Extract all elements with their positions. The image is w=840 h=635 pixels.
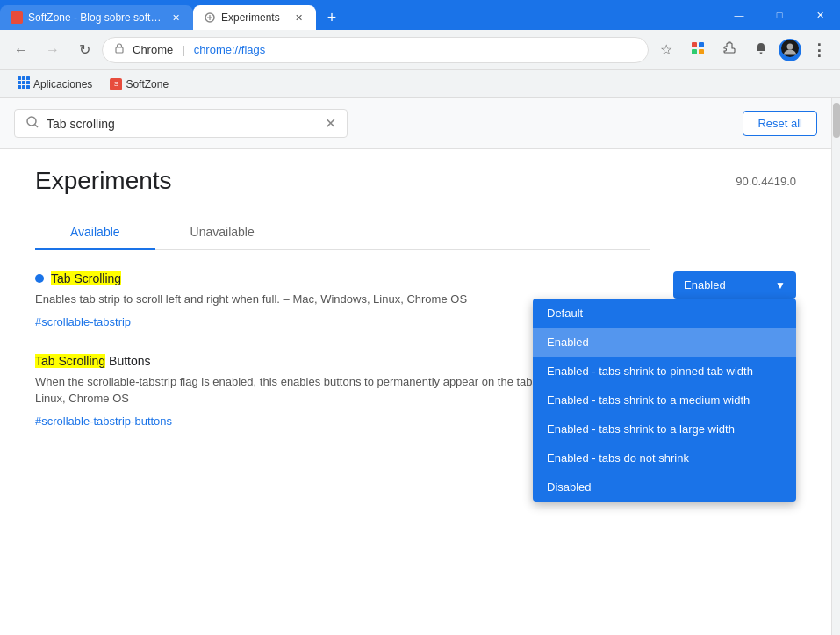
dropdown-option-pinned[interactable]: Enabled - tabs shrink to pinned tab widt… (533, 357, 796, 386)
profile-icon (781, 40, 799, 60)
dropdown-option-medium[interactable]: Enabled - tabs shrink to a medium width (533, 386, 796, 415)
reload-button[interactable]: ↻ (70, 36, 98, 64)
svg-rect-10 (26, 76, 30, 80)
new-tab-icon: + (327, 9, 337, 27)
svg-rect-3 (699, 42, 704, 47)
extensions-button[interactable] (715, 36, 743, 64)
address-separator: | (182, 43, 184, 56)
title-highlight: Tab Scrolling (51, 271, 121, 285)
dropdown-container: Enabled ▼ Default Enabled Enabled - tabs… (673, 271, 796, 299)
back-icon: ← (14, 42, 28, 58)
star-button[interactable]: ☆ (652, 36, 680, 64)
back-button[interactable]: ← (7, 36, 35, 64)
maximize-icon: □ (777, 10, 783, 20)
experiment-link[interactable]: #scrollable-tabstrip (35, 315, 131, 328)
dropdown-option-default[interactable]: Default (533, 299, 796, 328)
tab-available[interactable]: Available (35, 216, 155, 250)
reset-all-button[interactable]: Reset all (743, 111, 817, 136)
experiment-title-text: Tab Scrolling (51, 271, 121, 285)
profile-button[interactable] (779, 39, 801, 61)
scrollbar[interactable] (831, 98, 840, 635)
search-clear-button[interactable]: ✕ (325, 115, 336, 132)
minimize-icon: — (735, 10, 744, 20)
tab-available-label: Available (70, 225, 120, 239)
tab-experiments[interactable]: Experiments ✕ (193, 5, 316, 30)
bookmark-apps-label: Aplicaciones (33, 78, 92, 90)
office-button[interactable] (684, 36, 712, 64)
reload-icon: ↻ (79, 41, 90, 58)
flags-search-bar: Tab scrolling ✕ Reset all (0, 98, 831, 149)
apps-grid-icon (18, 76, 30, 91)
tab-softzone-close[interactable]: ✕ (169, 11, 183, 25)
new-tab-button[interactable]: + (319, 5, 344, 30)
svg-rect-9 (22, 76, 25, 80)
forward-button[interactable]: → (39, 36, 67, 64)
menu-icon: ⋮ (811, 40, 828, 60)
page-content: Tab scrolling ✕ Reset all Experiments 90… (0, 98, 831, 635)
active-dot (35, 274, 44, 283)
tab-experiments-favicon (204, 11, 216, 24)
bell-icon (754, 41, 768, 59)
maximize-button[interactable]: □ (759, 0, 800, 30)
star-icon: ☆ (660, 41, 672, 58)
site-icon (113, 42, 126, 57)
content-area: Tab scrolling ✕ Reset all Experiments 90… (0, 98, 840, 635)
search-box[interactable]: Tab scrolling ✕ (14, 109, 348, 138)
svg-rect-11 (18, 81, 21, 84)
version-text: 90.0.4419.0 (736, 175, 796, 188)
svg-line-18 (35, 125, 39, 128)
notifications-button[interactable] (747, 36, 775, 64)
dropdown-arrow-icon: ▼ (775, 279, 786, 292)
address-bar[interactable]: Chrome | chrome://flags (102, 37, 649, 63)
experiment-link-2[interactable]: #scrollable-tabstrip-buttons (35, 415, 172, 428)
office-icon (691, 41, 705, 58)
svg-rect-1 (116, 47, 123, 53)
bookmark-apps[interactable]: Aplicaciones (11, 73, 99, 95)
navigation-bar: ← → ↻ Chrome | chrome://flags ☆ (0, 30, 840, 70)
tabs-container: Available Unavailable (35, 216, 650, 250)
bookmark-softzone[interactable]: S SoftZone (103, 75, 176, 94)
svg-rect-5 (699, 49, 704, 54)
svg-rect-14 (18, 85, 21, 89)
svg-point-7 (787, 44, 793, 50)
title-suffix-2: Buttons (105, 354, 150, 368)
dropdown-option-no-shrink[interactable]: Enabled - tabs do not shrink (533, 444, 796, 473)
dropdown-menu: Default Enabled Enabled - tabs shrink to… (533, 299, 796, 502)
svg-rect-13 (26, 81, 30, 84)
tab-softzone-label: SoftZone - Blog sobre software... (28, 11, 163, 24)
tab-experiments-close[interactable]: ✕ (291, 11, 305, 25)
dropdown-option-enabled[interactable]: Enabled (533, 328, 796, 357)
tab-unavailable-label: Unavailable (190, 225, 255, 239)
dropdown-option-disabled[interactable]: Disabled (533, 473, 796, 502)
dropdown-button[interactable]: Enabled ▼ (673, 271, 796, 299)
minimize-button[interactable]: — (719, 0, 759, 30)
svg-rect-12 (22, 81, 25, 84)
softzone-favicon: S (110, 78, 122, 90)
window-controls: — □ ✕ (719, 0, 840, 30)
dropdown-value: Enabled (684, 278, 726, 292)
svg-rect-8 (18, 76, 21, 80)
bookmarks-bar: Aplicaciones S SoftZone (0, 70, 840, 98)
scrollbar-thumb[interactable] (833, 103, 840, 138)
tab-softzone[interactable]: SoftZone - Blog sobre software... ✕ (0, 5, 193, 30)
address-site-name: Chrome (133, 43, 173, 56)
svg-rect-4 (692, 49, 697, 54)
experiments-title: Experiments (35, 167, 172, 195)
experiment-title: Tab Scrolling (35, 271, 656, 285)
tab-unavailable[interactable]: Unavailable (155, 216, 290, 250)
extensions-icon (722, 41, 736, 59)
svg-rect-2 (692, 42, 697, 47)
title-bar: SoftZone - Blog sobre software... ✕ Expe… (0, 0, 840, 30)
dropdown-option-large[interactable]: Enabled - tabs shrink to a large width (533, 415, 796, 444)
close-button[interactable]: ✕ (800, 0, 840, 30)
search-icon (25, 115, 39, 132)
close-icon: ✕ (816, 10, 824, 21)
experiments-container: Experiments 90.0.4419.0 Available Unavai… (0, 149, 831, 471)
tab-experiments-label: Experiments (221, 11, 286, 24)
menu-button[interactable]: ⋮ (805, 36, 833, 64)
nav-right-icons: ☆ ⋮ (652, 36, 833, 64)
title-highlight-2: Tab Scrolling (35, 354, 105, 368)
search-input[interactable]: Tab scrolling (47, 117, 318, 131)
experiment-title-text-2: Tab Scrolling Buttons (35, 354, 151, 368)
bookmark-softzone-label: SoftZone (126, 78, 169, 90)
